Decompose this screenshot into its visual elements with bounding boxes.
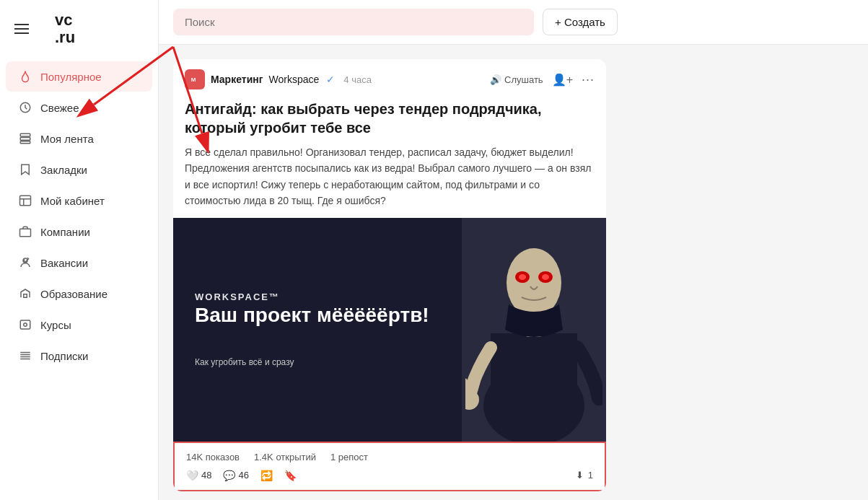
sidebar-item-label: Образование [40,288,108,300]
comments-stat[interactable]: 💬 46 [223,470,248,481]
image-subtext: Как угробить всё и сразу [195,357,440,367]
sidebar-item-popular[interactable]: Популярное [6,61,152,92]
svg-point-26 [542,274,549,280]
flame-icon [17,69,33,84]
feed-icon [17,131,33,146]
listen-button[interactable]: 🔊 Слушать [490,74,543,85]
svg-rect-5 [20,229,31,237]
search-input[interactable] [173,9,534,35]
svg-rect-4 [20,196,31,206]
workspace-name[interactable]: Workspace [269,74,320,85]
svg-rect-3 [20,141,30,144]
sidebar-item-companies[interactable]: Компании [6,216,152,247]
comments-count: 46 [238,470,248,481]
sidebar-item-subscriptions[interactable]: Подписки [6,341,152,371]
sidebar-item-bookmarks[interactable]: Закладки [6,154,152,185]
vacancies-icon [17,255,33,271]
listen-icon: 🔊 [490,74,501,85]
sidebar-item-label: Курсы [40,319,71,331]
companies-icon [17,224,33,240]
hamburger-menu[interactable] [12,18,32,40]
sidebar-item-cabinet[interactable]: Мой кабинет [6,185,152,216]
svg-line-30 [471,380,473,390]
heart-icon: 🤍 [186,470,198,481]
post-time: 4 часа [343,74,372,85]
clock-icon [17,100,33,115]
likes-stat[interactable]: 🤍 48 [186,470,211,481]
logo[interactable]: vc.ru [0,12,158,61]
bookmark-save-icon: 🔖 [284,470,297,481]
repost-stat[interactable]: 🔁 [260,470,273,481]
views-count: 14K показов [186,452,240,462]
logo-icon [32,19,52,39]
sidebar-item-education[interactable]: Образование [6,278,152,309]
image-right-section [462,218,606,442]
sidebar-item-fresh[interactable]: Свежее [6,92,152,123]
source-icon: M [185,69,205,89]
sidebar-item-label: Свежее [40,102,79,114]
opens-count: 1.4K открытий [254,452,316,462]
sidebar-item-label: Компании [40,226,90,238]
post-actions: 🔊 Слушать 👤+ ··· [490,72,595,87]
svg-rect-20 [491,333,577,420]
share-icon[interactable]: 👤+ [552,73,573,87]
post-header: M Маркетинг Workspace ✓ 4 часа 🔊 Слушать… [173,59,606,97]
education-icon [17,286,33,302]
download-icon: ⬇ [576,470,584,481]
likes-count: 48 [201,470,211,481]
courses-icon [17,317,33,333]
sidebar-item-label: Моя лента [40,133,94,145]
svg-rect-8 [24,294,27,298]
sidebar-item-courses[interactable]: Курсы [6,310,152,340]
main-nav: Популярное Свежее Моя лента [0,61,158,372]
svg-point-10 [24,323,27,327]
repost-icon: 🔁 [260,470,273,481]
post-stats: 14K показов 1.4K открытий 1 репост 🤍 48 … [173,442,606,491]
image-left-section: WORKSPACE™ Ваш проект мёёёёёртв! Как угр… [173,270,462,389]
sidebar-item-label: Подписки [40,350,89,362]
sidebar: vc.ru Популярное Свежее [0,0,159,500]
logo-text: vc.ru [55,12,75,46]
sidebar-item-label: Закладки [40,164,87,176]
download-stat[interactable]: ⬇ 1 [576,470,593,481]
bookmark-icon [17,162,33,177]
post-title[interactable]: Антигайд: как выбрать через тендер подря… [173,97,606,144]
svg-point-25 [519,274,526,280]
sidebar-item-vacancies[interactable]: Вакансии [6,247,152,278]
comment-icon: 💬 [223,470,235,481]
verified-icon: ✓ [326,74,335,85]
post-image[interactable]: WORKSPACE™ Ваш проект мёёёёёртв! Как угр… [173,218,606,442]
workspace-logo: WORKSPACE™ [195,291,440,302]
sidebar-item-feed[interactable]: Моя лента [6,123,152,154]
bookmark-stat[interactable]: 🔖 [284,470,297,481]
top-bar: + Создать [159,0,868,45]
svg-rect-1 [20,134,30,137]
main-area: + Создать M Маркетинг Workspace ✓ 4 часа… [159,0,868,500]
source-name[interactable]: Маркетинг [211,74,263,85]
content-area: M Маркетинг Workspace ✓ 4 часа 🔊 Слушать… [159,45,868,500]
reposts-count: 1 репост [330,452,368,462]
sidebar-item-label: Вакансии [40,257,88,269]
svg-point-22 [507,248,561,317]
download-count: 1 [588,470,593,481]
stats-row-views: 14K показов 1.4K открытий 1 репост [186,452,593,462]
more-icon[interactable]: ··· [582,72,595,87]
post-card: M Маркетинг Workspace ✓ 4 часа 🔊 Слушать… [173,59,606,491]
cabinet-icon [17,193,33,209]
svg-text:M: M [191,76,196,83]
sidebar-item-label: Популярное [40,71,102,83]
svg-rect-9 [20,320,30,329]
stats-row-interactions: 🤍 48 💬 46 🔁 🔖 ⬇ 1 [186,470,593,481]
subscriptions-icon [17,348,33,364]
character-figure [465,218,602,442]
image-headline: Ваш проект мёёёёёртв! [195,302,440,328]
post-excerpt: Я все сделал правильно! Организовал тенд… [173,144,606,218]
create-button[interactable]: + Создать [543,9,618,35]
sidebar-item-label: Мой кабинет [40,195,105,207]
svg-rect-2 [20,138,30,141]
